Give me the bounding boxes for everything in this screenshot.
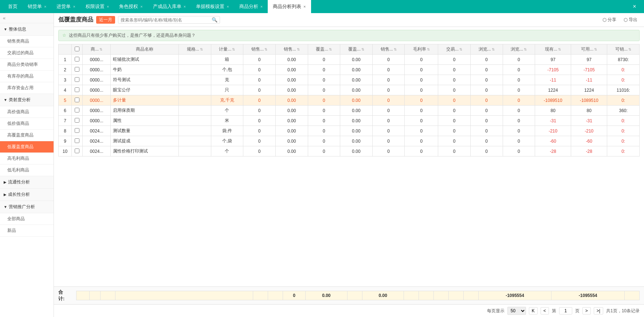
row-checkbox-2[interactable] [75,77,79,82]
sidebar-collapse-button[interactable]: « [3,15,5,21]
col-code-header[interactable]: 商...⇅ [83,44,111,55]
row-checkbox-7[interactable] [75,128,79,133]
sidebar-item-sales-goods[interactable]: 销售类商品 [0,36,54,47]
page-number-input[interactable] [559,307,572,314]
sidebar-section-coverage[interactable]: ▼ 类射度分析 [0,94,54,106]
table-row: 100024...属性价格打印测试个00.0000.0000000-28-280… [59,146,640,156]
summary-sales-amount: 0.00 [306,291,347,300]
sidebar-section-marketing[interactable]: ▼ 营销推广分析 [0,201,54,213]
browse1-link[interactable]: 0 [485,67,488,72]
browse1-link[interactable]: 0 [485,108,488,113]
share-button[interactable]: ⬡ 分享 [600,16,619,24]
nav-item-home[interactable]: 首页 [3,0,23,13]
per-page-label: 每页显示 [487,308,504,314]
col-unit-header[interactable]: 计量...⇅ [211,44,243,55]
period-button[interactable]: 近一月 [96,16,115,24]
per-page-select[interactable]: 50 20 100 200 [507,307,526,315]
section-arrow-growth: ▶ [4,193,7,197]
sidebar-item-high-coverage[interactable]: 高覆盖度商品 [0,130,54,141]
table-row: 40000...眼宝公仔只00.0000.0000000122412241101… [59,85,640,95]
first-page-button[interactable]: K [529,307,538,314]
col-cb [72,44,83,55]
sidebar-item-low-margin[interactable]: 低毛利商品 [0,165,54,176]
sidebar-item-all-goods[interactable]: 全部商品 [0,213,54,225]
sidebar-item-stock-funds[interactable]: 库存资金占用 [0,82,54,94]
sidebar-item-stocked-goods[interactable]: 有库存的商品 [0,71,54,82]
col-cover2-header[interactable]: 覆盖...⇅ [340,44,373,55]
row-checkbox-4[interactable] [75,98,79,102]
browse1-link[interactable]: 0 [485,128,488,134]
section-arrow-liquidity: ▶ [4,180,7,184]
col-trade-header[interactable]: 交易...⇅ [438,44,471,55]
col-sales3-header[interactable]: 销售...⇅ [372,44,405,55]
close-roles-tab[interactable]: × [140,4,142,9]
sidebar-section-overall[interactable]: ▼ 整体信息 [0,23,54,36]
col-sales-amount-header[interactable]: 销售...⇅ [275,44,308,55]
close-warehousing-tab[interactable]: × [184,4,186,9]
nav-item-warehousing[interactable]: 产成品入库单 × [148,0,191,13]
sidebar-section-liquidity[interactable]: ▶ 流通性分析 [0,176,54,189]
nav-item-analysis-list[interactable]: 商品分析列表 × [268,0,311,13]
col-available-header[interactable]: 可用...⇅ [571,44,607,55]
sidebar-section-growth[interactable]: ▶ 成长性分析 [0,189,54,201]
col-stock-header[interactable]: 现有...⇅ [535,44,571,55]
summary-row: 0 0.00 0.00 -1095554 -1095554 [76,291,640,300]
sidebar-item-low-value[interactable]: 低价值商品 [0,118,54,130]
sidebar-item-traded-goods[interactable]: 交易过的商品 [0,47,54,59]
col-num [59,44,72,55]
sidebar-item-high-value[interactable]: 高价值商品 [0,106,54,118]
browse1-link[interactable]: 0 [485,139,488,144]
col-margin-header[interactable]: 毛利率⇅ [405,44,438,55]
nav-item-template[interactable]: 单据模板设置 × [191,0,234,13]
col-sales-qty-header[interactable]: 销售...⇅ [243,44,276,55]
sidebar-item-category-rate[interactable]: 商品分类动销率 [0,59,54,71]
last-page-button[interactable]: >| [594,307,603,314]
close-analysis-list-tab[interactable]: × [303,4,306,9]
row-checkbox-9[interactable] [75,148,79,153]
browse1-link[interactable]: 0 [485,57,488,62]
row-checkbox-0[interactable] [75,57,79,62]
prev-page-button[interactable]: < [541,307,549,314]
sidebar-item-high-margin[interactable]: 高毛利商品 [0,153,54,165]
col-cover1-header[interactable]: 覆盖...⇅ [308,44,340,55]
section-arrow-marketing: ▼ [4,205,7,209]
browse1-link[interactable]: 0 [485,78,488,83]
search-container: 🔍 [118,16,220,24]
search-input[interactable] [121,17,212,23]
browse1-link[interactable]: 0 [485,88,488,93]
select-all-checkbox[interactable] [75,47,79,51]
close-purchase-tab[interactable]: × [73,4,75,9]
row-checkbox-3[interactable] [75,87,79,92]
close-window-button[interactable]: × [628,0,641,13]
col-browse2-header[interactable]: 浏览...⇅ [503,44,535,55]
col-spec-header[interactable]: 规格...⇅ [178,44,211,55]
row-checkbox-5[interactable] [75,108,79,112]
next-page-button[interactable]: > [582,307,591,314]
sidebar-item-new-goods[interactable]: 新品 [0,225,54,237]
nav-item-permissions[interactable]: 权限设置 × [80,0,114,13]
close-permissions-tab[interactable]: × [107,4,109,9]
table-row: 70000...属性米00.0000.0000000-31-310: [59,116,640,126]
browse1-link[interactable]: 0 [485,149,488,154]
export-button[interactable]: ⬡ 导出 [621,16,640,24]
nav-item-purchase[interactable]: 进货单 × [51,0,80,13]
close-sales-tab[interactable]: × [44,4,46,9]
col-browse1-header[interactable]: 浏览...⇅ [470,44,503,55]
total-info: 共1页，10条记录 [606,308,640,314]
page-suffix: 页 [575,308,580,314]
col-sellable-header[interactable]: 可销...⇅ [607,44,640,55]
close-analysis-tab[interactable]: × [260,4,263,9]
info-icon: ☆ [62,33,66,38]
share-icon: ⬡ [602,17,606,23]
close-template-tab[interactable]: × [227,4,229,9]
nav-item-analysis[interactable]: 商品分析 × [234,0,268,13]
col-name-header[interactable]: 商品名称 [111,44,179,55]
sidebar-item-low-coverage[interactable]: 低覆盖度商品 [0,141,54,153]
browse1-link[interactable]: 0 [485,118,488,123]
row-checkbox-1[interactable] [75,67,79,72]
nav-item-roles[interactable]: 角色授权 × [114,0,148,13]
nav-item-sales[interactable]: 销货单 × [23,0,51,13]
row-checkbox-6[interactable] [75,118,79,123]
browse1-link[interactable]: 0 [485,98,488,103]
row-checkbox-8[interactable] [75,138,79,143]
